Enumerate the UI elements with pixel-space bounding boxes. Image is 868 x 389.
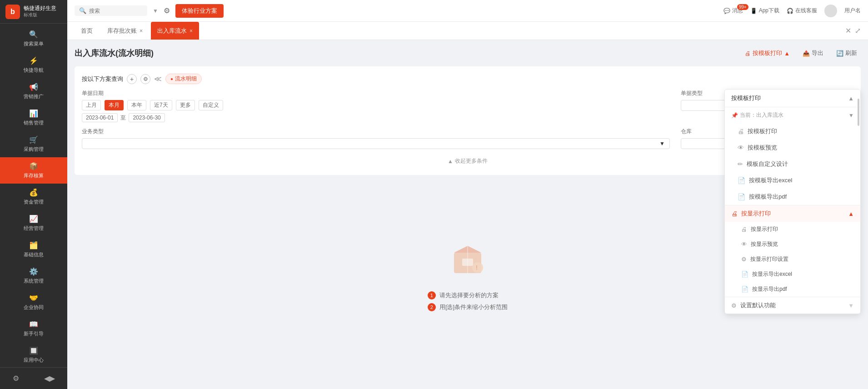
settings-icon[interactable]: ⚙ [11, 372, 21, 384]
sidebar-bottom: ⚙ ◀▶ [0, 367, 67, 389]
nav-icon-operation: 📈 [29, 214, 38, 223]
maximize-icon[interactable]: ⤢ [855, 26, 861, 35]
template-excel-item[interactable]: 📄 按模板导出excel [725, 172, 860, 189]
date-this-month-btn[interactable]: 本月 [105, 100, 124, 110]
dropdown-collapse-arrow[interactable]: ▲ [848, 95, 854, 102]
display-pdf-item[interactable]: 📄 按显示导出pdf [725, 282, 860, 297]
sidebar-item-purchase[interactable]: 🛒采购管理 [0, 131, 67, 157]
page-actions: 🖨 按模板打印 ▲ 📤 导出 🔄 刷新 [741, 47, 861, 59]
close-window-icon[interactable]: ✕ [845, 26, 851, 35]
sidebar-item-sales[interactable]: 📊销售管理 [0, 105, 67, 131]
tab-flow-close[interactable]: × [190, 28, 193, 34]
page-header: 出入库流水(流水明细) 🖨 按模板打印 ▲ 📤 导出 🔄 刷新 [75, 47, 861, 59]
filter-tag-liushui[interactable]: ● 流水明细 [165, 74, 202, 84]
sidebar: b 畅捷通好生意 标准版 🔍搜索菜单⚡快捷导航📢营销推广📊销售管理🛒采购管理📦库… [0, 0, 67, 389]
nav-icon-inventory: 📦 [29, 162, 38, 170]
export-btn[interactable]: 📤 导出 [799, 47, 827, 59]
app-download-btn[interactable]: 📱 App下载 [750, 7, 779, 15]
display-settings-item[interactable]: ⚙ 按显示打印设置 [725, 252, 860, 267]
step-num-1: 1 [428, 291, 436, 299]
filter-add-btn[interactable]: + [127, 74, 137, 84]
display-excel-item[interactable]: 📄 按显示导出excel [725, 267, 860, 282]
date-custom-btn[interactable]: 自定义 [199, 100, 223, 110]
sidebar-item-appcenter[interactable]: 🔲应用中心 [0, 342, 67, 367]
dropdown-title: 按模板打印 [731, 94, 761, 102]
display-preview-item[interactable]: 👁 按显示预览 [725, 237, 860, 252]
display-section-header[interactable]: 🖨 按显示打印 ▲ [725, 205, 860, 222]
template-preview-item[interactable]: 👁 按模板预览 [725, 140, 860, 156]
tab-batch-close[interactable]: × [140, 28, 143, 34]
sidebar-item-quicknav[interactable]: ⚡快捷导航 [0, 52, 67, 78]
sidebar-item-marketing[interactable]: 📢营销推广 [0, 78, 67, 105]
sidebar-item-enterprise[interactable]: 🤝企业协同 [0, 289, 67, 315]
display-printer-icon: 🖨 [741, 226, 747, 233]
print-dropdown-arrow: ▲ [784, 50, 790, 57]
message-btn[interactable]: 💬 消息 99+ [723, 7, 743, 15]
filter-tag-icon: ● [170, 76, 173, 81]
nav-icon-marketing: 📢 [29, 83, 38, 91]
biz-type-label: 业务类型 [82, 128, 670, 135]
template-print-item[interactable]: 🖨 按模板打印 [725, 123, 860, 140]
biz-type-select[interactable]: ▼ [82, 138, 670, 149]
header-search-box[interactable]: 🔍 [75, 5, 147, 16]
date-filter-label: 单据日期 [82, 90, 670, 97]
tab-flow[interactable]: 出入库流水 × [151, 22, 199, 40]
set-default-btn[interactable]: ⚙ 设置默认功能 ▼ [725, 297, 860, 314]
print-dropdown-panel: 按模板打印 ▲ 📌 当前：出入库流水 ▼ 🖨 按模板打印 👁 按模板预览 [724, 89, 861, 314]
nav-icon-system: ⚙️ [29, 267, 38, 276]
date-more-btn[interactable]: 更多 [176, 100, 195, 110]
header-gear-icon[interactable]: ⚙ [164, 6, 170, 15]
date-this-year-btn[interactable]: 本年 [127, 100, 146, 110]
current-icon: 📌 [731, 112, 738, 119]
sidebar-item-basic[interactable]: 🗂️基础信息 [0, 236, 67, 263]
refresh-btn[interactable]: 🔄 刷新 [833, 47, 861, 59]
sidebar-item-finance[interactable]: 💰资金管理 [0, 184, 67, 210]
filter-collapse-icon[interactable]: ≪ [154, 75, 162, 83]
tab-home[interactable]: 首页 [75, 22, 99, 40]
nav-icon-guide: 📖 [29, 320, 38, 329]
date-separator: 至 [120, 114, 126, 122]
date-last-month-btn[interactable]: 上月 [82, 100, 101, 110]
date-from[interactable]: 2023-06-01 [82, 113, 118, 122]
nav-icon-enterprise: 🤝 [29, 294, 38, 302]
online-service-btn[interactable]: 🎧 在线客服 [787, 7, 817, 15]
nav-icon-quicknav: ⚡ [29, 56, 38, 65]
sidebar-item-operation[interactable]: 📈经营管理 [0, 210, 67, 236]
nav-icon-appcenter: 🔲 [29, 346, 38, 355]
display-section-arrow: ▲ [848, 210, 854, 217]
app-label: App下载 [759, 7, 779, 15]
display-section: 🖨 按显示打印 ▲ 🖨 按显示打印 👁 按显示预览 ⚙ 按显示打印设置 [725, 205, 860, 297]
collapse-sidebar-icon[interactable]: ◀▶ [42, 372, 57, 384]
current-arrow[interactable]: ▼ [848, 112, 854, 119]
dropdown-panel-header: 按模板打印 ▲ [725, 90, 860, 107]
sidebar-item-inventory[interactable]: 📦库存核算 [0, 157, 67, 184]
tab-bar: 首页 库存批次账 × 出入库流水 × ✕ ⤢ [67, 22, 868, 40]
current-indicator: 📌 当前：出入库流水 ▼ [725, 107, 860, 123]
print-template-btn[interactable]: 🖨 按模板打印 ▲ [741, 47, 793, 59]
tab-batch[interactable]: 库存批次账 × [101, 22, 149, 40]
refresh-icon: 🔄 [836, 50, 843, 57]
collapse-arrow-icon: ▲ [448, 158, 453, 165]
search-input[interactable] [89, 8, 143, 14]
sidebar-item-search[interactable]: 🔍搜索菜单 [0, 25, 67, 52]
filter-group-date: 单据日期 上月 本月 本年 近7天 更多 自定义 2023-06-01 至 20… [82, 90, 670, 122]
sidebar-item-system[interactable]: ⚙️系统管理 [0, 263, 67, 289]
excel-icon: 📄 [738, 177, 745, 184]
dropdown-scrollbar[interactable] [858, 90, 859, 314]
phone-icon: 📱 [750, 8, 757, 14]
display-print-item[interactable]: 🖨 按显示打印 [725, 222, 860, 237]
filter-settings-btn[interactable]: ⚙ [140, 74, 150, 84]
service-label: 在线客服 [795, 7, 817, 15]
template-custom-item[interactable]: ✏ 模板自定义设计 [725, 156, 860, 172]
date-7days-btn[interactable]: 近7天 [150, 100, 172, 110]
brand-name: 畅捷通好生意 [24, 5, 56, 12]
trial-btn[interactable]: 体验行业方案 [175, 4, 224, 18]
avatar[interactable] [824, 5, 837, 17]
search-dropdown-icon[interactable]: ▼ [153, 8, 158, 14]
dropdown-scrollbar-thumb[interactable] [858, 99, 859, 126]
template-pdf-item[interactable]: 📄 按模板导出pdf [725, 189, 860, 205]
date-to[interactable]: 2023-06-30 [129, 113, 165, 122]
print-icon: 🖨 [745, 50, 751, 57]
sidebar-item-guide[interactable]: 📖新手引导 [0, 315, 67, 342]
brand-sub: 标准版 [24, 12, 56, 18]
